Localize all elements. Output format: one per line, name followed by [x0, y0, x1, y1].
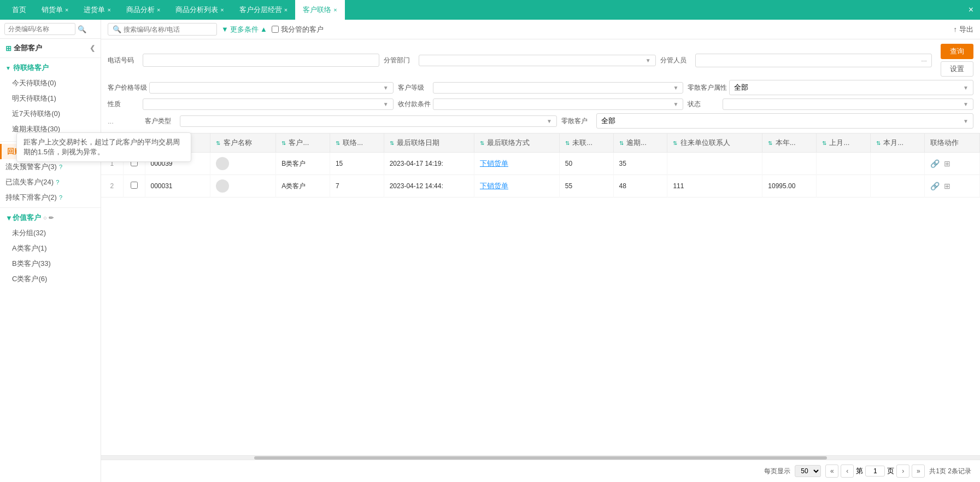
- staff-select[interactable]: ···: [695, 54, 932, 67]
- value-customer-group-title[interactable]: ▼ 价值客户 ○ ✏: [0, 210, 101, 225]
- my-customer-label: 我分管的客户: [281, 25, 324, 34]
- window-close-icon[interactable]: ×: [969, 5, 973, 15]
- th-last-contact-date[interactable]: ⇅ 最后联络日期: [384, 133, 474, 153]
- td-name-2[interactable]: [210, 175, 276, 198]
- my-customer-checkbox[interactable]: [272, 26, 279, 33]
- last-page-btn[interactable]: »: [912, 464, 925, 478]
- row-checkbox-2[interactable]: [131, 182, 138, 189]
- retail-attr-caret-icon: ▼: [963, 85, 969, 91]
- action-grid-icon-2[interactable]: ⊞: [944, 182, 950, 190]
- sidebar-item-b-class[interactable]: B类客户(33): [0, 256, 101, 271]
- th-last-month[interactable]: ⇅ 上月...: [817, 133, 871, 153]
- customer-grade-select[interactable]: ▼: [433, 82, 684, 94]
- more-dots-label[interactable]: ...: [108, 117, 114, 125]
- nav-customer-contact-label: 客户联络: [303, 5, 331, 15]
- scrollbar-thumb[interactable]: [254, 456, 827, 460]
- th-type[interactable]: ⇅ 客户...: [276, 133, 330, 153]
- th-this-month[interactable]: ⇅ 本月...: [870, 133, 924, 153]
- th-contact-count[interactable]: ⇅ 联络...: [330, 133, 384, 153]
- sidebar-item-a-class[interactable]: A类客户(1): [0, 241, 101, 256]
- nav-customer-tier[interactable]: 客户分层经营 ×: [232, 0, 295, 20]
- th-contact-person-label: 往来单位联系人: [680, 138, 730, 147]
- filter-payment: 收付款条件 ▼: [398, 98, 684, 110]
- per-page-select[interactable]: 50: [795, 465, 821, 477]
- nav-sales[interactable]: 销货单 ×: [34, 0, 76, 20]
- search-input[interactable]: [124, 26, 211, 33]
- staff-dots-icon[interactable]: ···: [921, 56, 927, 65]
- sidebar-collapse-icon[interactable]: ❮: [90, 44, 95, 52]
- sidebar-item-churned[interactable]: 已流失客户(24) ?: [0, 175, 101, 190]
- status-select[interactable]: ▼: [723, 98, 973, 110]
- first-page-btn[interactable]: «: [825, 464, 838, 478]
- my-customer-filter[interactable]: 我分管的客户: [272, 25, 324, 34]
- filter-status: 状态 ▼: [688, 98, 973, 110]
- nav-sales-label: 销货单: [42, 5, 63, 15]
- nav-purchase[interactable]: 进货单 ×: [76, 0, 118, 20]
- nav-purchase-close[interactable]: ×: [107, 7, 110, 13]
- sidebar-item-7days[interactable]: 近7天待联络(0): [0, 106, 101, 121]
- sidebar-item-c-class[interactable]: C类客户(6): [0, 271, 101, 287]
- pending-contact-title[interactable]: ▼ 待联络客户: [0, 60, 101, 76]
- export-button[interactable]: ↑ 导出: [954, 25, 974, 34]
- table-header-row: ⚙ ⇅ 客户编码 ⇅ 客户名称: [101, 133, 980, 153]
- price-grade-select[interactable]: ▼: [149, 82, 394, 94]
- th-annual[interactable]: ⇅ 本年...: [762, 133, 817, 153]
- status-label: 状态: [688, 100, 720, 109]
- sidebar-search-input[interactable]: [4, 23, 75, 35]
- action-link-icon-2[interactable]: 🔗: [930, 182, 940, 190]
- grid-icon: ⊞: [5, 44, 11, 53]
- nav-home[interactable]: 首页: [4, 0, 34, 20]
- page-input[interactable]: [865, 466, 885, 477]
- action-link-icon-1[interactable]: 🔗: [930, 159, 940, 168]
- sidebar-item-declining[interactable]: 持续下滑客户(2) ?: [0, 190, 101, 205]
- th-uncontacted[interactable]: ⇅ 未联...: [559, 133, 613, 153]
- value-customer-edit-icon[interactable]: ○ ✏: [43, 214, 54, 222]
- export-icon: ↑: [954, 25, 958, 33]
- th-name[interactable]: ⇅ 客户名称: [210, 133, 276, 153]
- sidebar-item-today[interactable]: 今天待联络(0): [0, 76, 101, 91]
- td-seq-2: 2: [101, 175, 123, 198]
- nav-product-analysis-label: 商品分析: [126, 5, 155, 15]
- prev-page-btn[interactable]: ‹: [841, 464, 854, 478]
- sidebar-search-icon[interactable]: 🔍: [78, 25, 86, 33]
- filter-customer-type: 客户类型 ▼: [145, 115, 557, 127]
- nav-customer-contact-close[interactable]: ×: [333, 7, 337, 13]
- nav-customer-tier-close[interactable]: ×: [284, 7, 287, 13]
- table-wrapper[interactable]: ⚙ ⇅ 客户编码 ⇅ 客户名称: [101, 133, 980, 455]
- nav-product-analysis-list[interactable]: 商品分析列表 ×: [168, 0, 231, 20]
- nav-product-analysis-list-close[interactable]: ×: [220, 7, 224, 13]
- td-last-contact-method-1[interactable]: 下销货单: [474, 153, 559, 175]
- query-button[interactable]: 查询: [941, 44, 973, 59]
- all-customers-label: 全部客户: [14, 43, 42, 53]
- nav-sales-close[interactable]: ×: [65, 7, 68, 13]
- td-last-contact-method-2[interactable]: 下销货单: [474, 175, 559, 198]
- gender-select[interactable]: ▼: [143, 98, 394, 110]
- td-check-2[interactable]: [123, 175, 145, 198]
- 7days-contact-label: 近7天待联络(0): [12, 109, 60, 119]
- filter-toolbar: 🔍 ▼ 更多条件 ▲ 我分管的客户 ↑ 导出: [101, 20, 980, 39]
- nav-customer-contact[interactable]: 客户联络 ×: [295, 0, 344, 20]
- sidebar-item-ungroup[interactable]: 未分组(32): [0, 225, 101, 241]
- nav-product-analysis[interactable]: 商品分析 ×: [119, 0, 168, 20]
- retail-customer-select[interactable]: 全部 ▼: [596, 113, 973, 129]
- action-grid-icon-1[interactable]: ⊞: [944, 159, 950, 168]
- retail-attr-select[interactable]: 全部 ▼: [729, 80, 973, 95]
- contact-method-link-1[interactable]: 下销货单: [480, 159, 508, 167]
- customer-type-select[interactable]: ▼: [180, 115, 557, 127]
- td-name-1[interactable]: [210, 153, 276, 175]
- sidebar-all-customers[interactable]: ⊞ 全部客户 ❮: [0, 39, 101, 58]
- th-last-contact-method[interactable]: ⇅ 最后联络方式: [474, 133, 559, 153]
- sort-icon-annual: ⇅: [768, 140, 772, 146]
- phone-input[interactable]: [143, 54, 379, 67]
- payment-select[interactable]: ▼: [433, 98, 684, 110]
- th-contact-person[interactable]: ⇅ 往来单位联系人: [667, 133, 762, 153]
- table-horizontal-scrollbar[interactable]: [101, 455, 980, 460]
- filter-more-btn[interactable]: ▼ 更多条件 ▲: [221, 25, 267, 34]
- dept-select[interactable]: ▼: [419, 55, 655, 66]
- th-overdue[interactable]: ⇅ 逾期...: [613, 133, 667, 153]
- next-page-btn[interactable]: ›: [896, 464, 909, 478]
- setting-button[interactable]: 设置: [941, 61, 973, 77]
- sidebar-item-tomorrow[interactable]: 明天待联络(1): [0, 91, 101, 106]
- nav-product-analysis-close[interactable]: ×: [157, 7, 160, 13]
- contact-method-link-2[interactable]: 下销货单: [480, 182, 508, 190]
